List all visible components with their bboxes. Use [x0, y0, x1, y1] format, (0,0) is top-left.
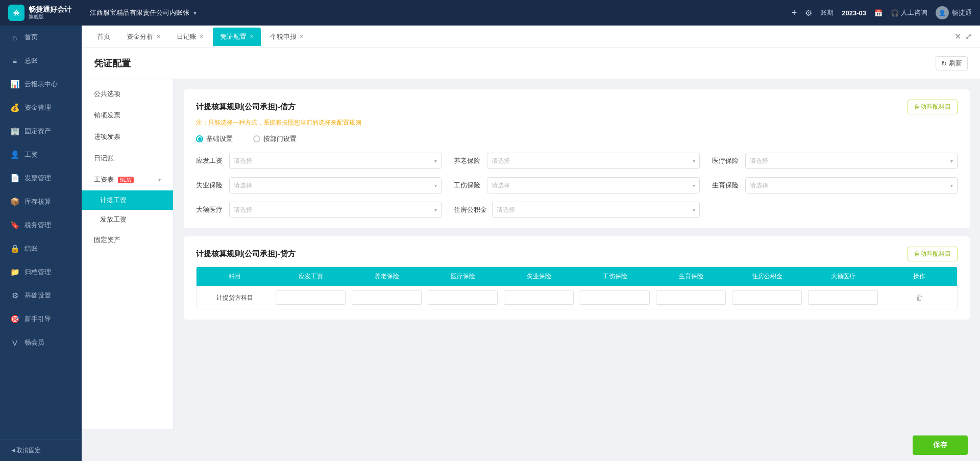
input-dae-yiliao[interactable]	[808, 290, 878, 305]
tab-bar: 首页 资金分析 ✕ 日记账 ✕ 凭证配置 ✕ 个税申报 ✕ ✕ ⤢	[82, 26, 980, 48]
user-name: 畅捷通	[952, 8, 972, 17]
nav-item-public[interactable]: 公共选项	[82, 83, 173, 105]
sidebar-label-vip: 畅会员	[24, 338, 44, 347]
sidebar-item-salary[interactable]: 👤 工资	[0, 143, 82, 166]
field-yanglao: 养老保险 请选择 ▾	[454, 153, 699, 169]
td-gongshang-input[interactable]	[577, 286, 653, 309]
input-shiye[interactable]	[504, 290, 574, 305]
refresh-button[interactable]: ↻ 刷新	[936, 56, 968, 70]
input-yiliao[interactable]	[428, 290, 498, 305]
debit-auto-match-button[interactable]: 自动匹配科目	[908, 100, 958, 114]
input-shengyu[interactable]	[656, 290, 726, 305]
input-yf-gongzi[interactable]	[276, 290, 346, 305]
nav-item-salary-table[interactable]: 工资表 NEW ▾	[82, 169, 173, 190]
td-subject: 计提贷方科目	[197, 289, 273, 306]
input-gongshang[interactable]	[580, 290, 650, 305]
sidebar-item-guide[interactable]: 🎯 新手引导	[0, 307, 82, 331]
td-dae-yiliao-input[interactable]	[805, 286, 881, 309]
tab-funds[interactable]: 资金分析 ✕	[119, 28, 167, 46]
nav-subitem-calc-salary[interactable]: 计提工资	[82, 190, 173, 210]
th-yf-gongzi: 应发工资	[273, 267, 349, 286]
tab-tax[interactable]: 个税申报 ✕	[263, 28, 311, 46]
sidebar-item-close[interactable]: 🔒 结账	[0, 237, 82, 260]
delete-row-icon[interactable]: 🗑	[916, 294, 923, 302]
add-button[interactable]: +	[792, 8, 797, 18]
nav-item-journal[interactable]: 日记账	[82, 148, 173, 169]
select-zhufang-arrow: ▾	[693, 207, 695, 213]
company-selector[interactable]: 江西服宝精品有限责任公司内账张 ▼	[90, 8, 792, 17]
save-bar: 保存	[82, 429, 980, 461]
credit-table: 科目 应发工资 养老保险 医疗保险 失业保险 工伤保险 生育保险 住房公积金 大…	[196, 266, 958, 309]
sidebar-item-ledger[interactable]: ≡ 总账	[0, 49, 82, 72]
td-zhufang-input[interactable]	[729, 286, 805, 309]
sidebar-item-tax[interactable]: 🔖 税务管理	[0, 213, 82, 237]
th-operation: 操作	[881, 267, 957, 286]
sidebar-item-invoices[interactable]: 📄 发票管理	[0, 166, 82, 190]
left-nav: 公共选项 销项发票 进项发票 日记账 工资表 NEW	[82, 79, 174, 429]
nav-item-purchase[interactable]: 进项发票	[82, 126, 173, 148]
sidebar-item-inventory[interactable]: 📦 库存核算	[0, 190, 82, 213]
nav-item-fixed-assets[interactable]: 固定资产	[82, 229, 173, 251]
select-gongshang[interactable]: 请选择 ▾	[487, 177, 699, 193]
cancel-fixed-button[interactable]: ◄取消固定	[0, 440, 82, 461]
support-icon: 🎧	[891, 9, 899, 17]
sidebar-label-close: 结账	[24, 244, 38, 253]
expand-tab-button[interactable]: ⤢	[965, 32, 972, 41]
tab-home-label: 首页	[97, 32, 110, 41]
table-row: 计提贷方科目 🗑	[197, 286, 957, 309]
select-shiye[interactable]: 请选择 ▾	[229, 177, 442, 193]
save-button[interactable]: 保存	[913, 435, 968, 455]
td-shiye-input[interactable]	[501, 286, 577, 309]
support-button[interactable]: 🎧 人工咨询	[891, 8, 927, 17]
input-yanglao[interactable]	[352, 290, 422, 305]
td-delete[interactable]: 🗑	[881, 289, 957, 306]
tab-journal[interactable]: 日记账 ✕	[169, 28, 211, 46]
sidebar-item-home[interactable]: ⌂ 首页	[0, 26, 82, 49]
sidebar-item-funds[interactable]: 💰 资金管理	[0, 96, 82, 119]
nav-item-sales[interactable]: 销项发票	[82, 105, 173, 126]
sidebar-item-vip[interactable]: V 畅会员	[0, 331, 82, 354]
radio-dept[interactable]: 按部门设置	[253, 134, 297, 143]
td-yanglao-input[interactable]	[349, 286, 425, 309]
field-yf-gongzi: 应发工资 请选择 ▾	[196, 153, 442, 169]
tab-voucher[interactable]: 凭证配置 ✕	[213, 28, 261, 46]
td-yiliao-input[interactable]	[425, 286, 501, 309]
sidebar-item-basic[interactable]: ⚙ 基础设置	[0, 284, 82, 307]
radio-basic[interactable]: 基础设置	[196, 134, 233, 143]
tab-tax-close-icon[interactable]: ✕	[300, 34, 304, 39]
input-zhufang[interactable]	[732, 290, 802, 305]
settings-button[interactable]: ⚙	[805, 8, 812, 18]
select-shengyu[interactable]: 请选择 ▾	[745, 177, 958, 193]
calendar-icon[interactable]: 📅	[874, 9, 883, 17]
select-dae-yiliao[interactable]: 请选择 ▾	[229, 202, 442, 218]
new-badge: NEW	[118, 177, 134, 183]
credit-auto-match-button[interactable]: 自动匹配科目	[908, 247, 958, 261]
top-header: 会 畅捷通好会计 旗舰版 江西服宝精品有限责任公司内账张 ▼ + ⚙ 账期 20…	[0, 0, 980, 26]
sidebar-label-tax: 税务管理	[24, 221, 51, 230]
tab-funds-close-icon[interactable]: ✕	[156, 34, 160, 39]
support-label: 人工咨询	[901, 8, 927, 17]
select-yiliao[interactable]: 请选择 ▾	[745, 153, 958, 169]
tab-voucher-close-icon[interactable]: ✕	[250, 34, 254, 39]
page-content: 凭证配置 ↻ 刷新 公共选项 销项发票 进项发票	[82, 48, 980, 461]
select-yf-gongzi[interactable]: 请选择 ▾	[229, 153, 442, 169]
tab-home[interactable]: 首页	[90, 28, 117, 46]
close-all-tabs-button[interactable]: ✕	[954, 32, 961, 41]
select-yanglao[interactable]: 请选择 ▾	[487, 153, 699, 169]
archive-icon: 📁	[10, 268, 19, 277]
select-shengyu-placeholder: 请选择	[750, 181, 768, 190]
label-yanglao: 养老保险	[454, 156, 482, 165]
sidebar-item-assets[interactable]: 🏢 固定资产	[0, 119, 82, 143]
field-yiliao: 医疗保险 请选择 ▾	[712, 153, 958, 169]
content-area: 首页 资金分析 ✕ 日记账 ✕ 凭证配置 ✕ 个税申报 ✕ ✕ ⤢	[82, 26, 980, 461]
sidebar-item-archive[interactable]: 📁 归档管理	[0, 260, 82, 284]
logo-text-group: 畅捷通好会计 旗舰版	[29, 5, 71, 21]
sidebar-item-reports[interactable]: 📊 云报表中心	[0, 72, 82, 96]
td-yf-gongzi-input[interactable]	[273, 286, 349, 309]
sidebar: ⌂ 首页 ≡ 总账 📊 云报表中心 💰 资金管理 🏢 固定资产 👤 工资 📄 发…	[0, 26, 82, 461]
select-zhufang[interactable]: 请选择 ▾	[492, 202, 699, 218]
tab-journal-label: 日记账	[177, 32, 197, 41]
td-shengyu-input[interactable]	[653, 286, 729, 309]
nav-subitem-pay-salary[interactable]: 发放工资	[82, 210, 173, 229]
tab-journal-close-icon[interactable]: ✕	[200, 34, 204, 39]
